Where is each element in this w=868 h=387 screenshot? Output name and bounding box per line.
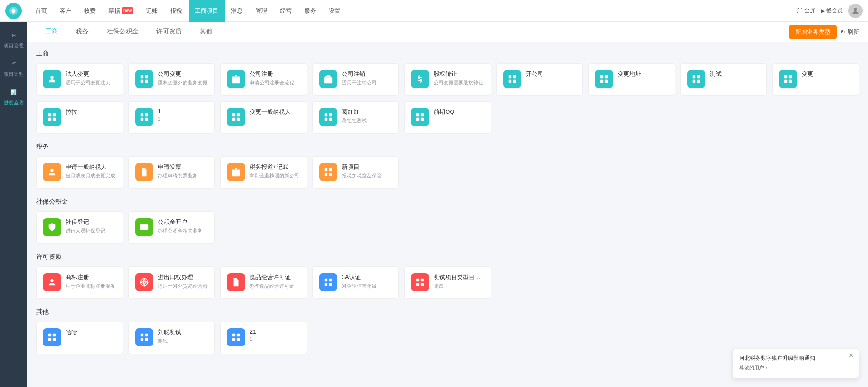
card-食品经营许可证[interactable]: 食品经营许可证办理食品经营许可证 xyxy=(220,266,307,299)
svg-rect-8 xyxy=(324,77,332,83)
nav-item-票据[interactable]: 票据new xyxy=(102,0,140,22)
svg-rect-20 xyxy=(697,80,700,83)
nav-item-经营[interactable]: 经营 xyxy=(274,0,298,22)
nav-item-报税[interactable]: 报税 xyxy=(164,0,189,22)
tab-其他[interactable]: 其他 xyxy=(191,22,222,42)
nav-item-工商项目[interactable]: 工商项目 xyxy=(189,0,225,22)
svg-rect-57 xyxy=(329,279,331,281)
card-商标注册[interactable]: 商标注册用于企业商标注册服务 xyxy=(36,266,123,299)
fullscreen-btn[interactable]: ⛶ 全屏 xyxy=(797,7,815,14)
nav-item-消息[interactable]: 消息 xyxy=(225,0,249,22)
nav-item-设置[interactable]: 设置 xyxy=(322,0,347,22)
card-desc-股权转让: 公司变更需要股权转让 xyxy=(434,79,484,86)
card-哈哈[interactable]: 哈哈 xyxy=(36,322,123,354)
card-icon-刘聪测试 xyxy=(135,328,153,346)
svg-rect-26 xyxy=(53,113,56,116)
card-社保登记[interactable]: 社保登记进行人员社保登记 xyxy=(36,211,123,244)
card-desc-葛红红: 葛红红测试 xyxy=(342,117,392,124)
svg-rect-28 xyxy=(53,118,56,121)
svg-rect-5 xyxy=(145,80,147,83)
tab-许可资质[interactable]: 许可资质 xyxy=(147,22,191,42)
card-name-测试: 测试 xyxy=(710,70,760,78)
card-申请发票[interactable]: 申请发票办理申请发票业务 xyxy=(128,156,215,189)
section-title-许可资质: 许可资质 xyxy=(36,253,859,261)
svg-rect-9 xyxy=(509,75,511,78)
svg-rect-69 xyxy=(145,334,147,336)
card-icon-变更一般纳税人 xyxy=(227,108,245,126)
svg-rect-41 xyxy=(416,113,419,116)
tab-工商[interactable]: 工商 xyxy=(36,22,67,42)
svg-point-54 xyxy=(50,279,53,282)
tab-税务[interactable]: 税务 xyxy=(67,22,98,42)
card-3A认证[interactable]: 3A认证对企业信誉评级 xyxy=(312,266,399,299)
card-公司变更[interactable]: 公司变更股权变更外的业务变更 xyxy=(128,63,215,96)
card-开公司[interactable]: 开公司 xyxy=(496,63,583,96)
nav-item-首页[interactable]: 首页 xyxy=(29,0,53,22)
card-刘聪测试[interactable]: 刘聪测试测试 xyxy=(128,322,215,354)
card-申请一般纳税人[interactable]: 申请一般纳税人当月或次月成变更完成 xyxy=(36,156,123,189)
card-公司注销[interactable]: 公司注销适用于注销公司 xyxy=(312,63,399,96)
card-公司注册[interactable]: 公司注册申请公司注册全流程 xyxy=(220,63,307,96)
card-info-拉拉: 拉拉 xyxy=(66,108,116,117)
sidebar-item-进度监测[interactable]: 📊 进度监测 xyxy=(0,82,27,111)
sidebar-item-项目管理[interactable]: ⊞ 项目管理 xyxy=(0,25,27,54)
card-进出口权办理[interactable]: 进出口权办理适用于对外贸易经营者 xyxy=(128,266,215,299)
card-desc-公司变更: 股权变更外的业务变更 xyxy=(158,79,208,86)
sidebar-label-0: 项目管理 xyxy=(4,42,24,49)
card-icon-公司注册 xyxy=(227,70,245,88)
svg-rect-19 xyxy=(693,80,695,83)
svg-rect-64 xyxy=(48,334,51,336)
nav-item-客户[interactable]: 客户 xyxy=(53,0,78,22)
nav-item-收费[interactable]: 收费 xyxy=(78,0,102,22)
top-nav: 首页客户收费票据new记账报税工商项目消息管理经营服务设置 ⛶ 全屏 ▶ 畅会员 xyxy=(0,0,868,22)
card-拉拉[interactable]: 拉拉 xyxy=(36,101,123,134)
card-股权转让[interactable]: 股权转让公司变更需要股权转让 xyxy=(404,63,491,96)
card-法人变更[interactable]: 法人变更适用于公司变更法人 xyxy=(36,63,123,96)
refresh-icon: ↻ xyxy=(840,28,845,35)
svg-rect-14 xyxy=(605,75,608,78)
svg-rect-43 xyxy=(416,118,419,121)
svg-point-1 xyxy=(50,76,53,79)
refresh-button[interactable]: ↻ 刷新 xyxy=(840,28,859,36)
nav-item-记账[interactable]: 记账 xyxy=(140,0,164,22)
add-business-type-button[interactable]: 新增业务类型 xyxy=(789,25,837,39)
card-测试[interactable]: 测试 xyxy=(680,63,767,96)
card-info-变更: 变更 xyxy=(802,70,852,79)
vip-btn[interactable]: ▶ 畅会员 xyxy=(821,7,843,14)
card-21[interactable]: 211 xyxy=(220,322,307,354)
sidebar-item-项目类型[interactable]: 🏷 项目类型 xyxy=(0,54,27,82)
avatar[interactable] xyxy=(848,4,863,18)
card-info-公积金开户: 公积金开户办理公积金相关业务 xyxy=(158,218,208,234)
card-公积金开户[interactable]: 公积金开户办理公积金相关业务 xyxy=(128,211,215,244)
card-icon-法人变更 xyxy=(43,70,61,88)
card-info-税务报道+记账: 税务报道+记账拿到营业执照的新公司 xyxy=(250,163,300,179)
card-1[interactable]: 11 xyxy=(128,101,215,134)
svg-rect-40 xyxy=(329,118,331,121)
svg-rect-44 xyxy=(421,118,424,121)
card-新项目[interactable]: 新项目报税加税控盘保管 xyxy=(312,156,399,189)
card-测试项目类型目定义[interactable]: 测试项目类型目定义测试 xyxy=(404,266,491,299)
tab-社保公积金[interactable]: 社保公积金 xyxy=(98,22,147,42)
card-变更一般纳税人[interactable]: 变更一般纳税人 xyxy=(220,101,307,134)
card-icon-税务报道+记账 xyxy=(227,163,245,181)
card-info-开公司: 开公司 xyxy=(526,70,576,79)
card-变更[interactable]: 变更 xyxy=(772,63,859,96)
card-变更地址[interactable]: 变更地址 xyxy=(588,63,675,96)
notification-close-button[interactable]: ✕ xyxy=(849,352,854,359)
card-前期QQ[interactable]: 前期QQ xyxy=(404,101,491,134)
card-icon-测试 xyxy=(687,70,705,88)
card-name-食品经营许可证: 食品经营许可证 xyxy=(250,273,300,281)
cards-grid-工商: 法人变更适用于公司变更法人公司变更股权变更外的业务变更公司注册申请公司注册全流程… xyxy=(36,63,859,134)
sidebar: ⊞ 项目管理 🏷 项目类型 📊 进度监测 xyxy=(0,22,27,387)
nav-item-管理[interactable]: 管理 xyxy=(249,0,274,22)
card-税务报道+记账[interactable]: 税务报道+记账拿到营业执照的新公司 xyxy=(220,156,307,189)
svg-rect-21 xyxy=(784,75,787,78)
card-葛红红[interactable]: 葛红红葛红红测试 xyxy=(312,101,399,134)
svg-rect-3 xyxy=(145,75,147,78)
svg-rect-37 xyxy=(324,113,327,116)
card-info-公司注销: 公司注销适用于注销公司 xyxy=(342,70,392,86)
svg-rect-12 xyxy=(513,80,516,83)
logo[interactable] xyxy=(5,3,22,19)
nav-item-服务[interactable]: 服务 xyxy=(298,0,322,22)
card-desc-1: 1 xyxy=(158,116,208,121)
